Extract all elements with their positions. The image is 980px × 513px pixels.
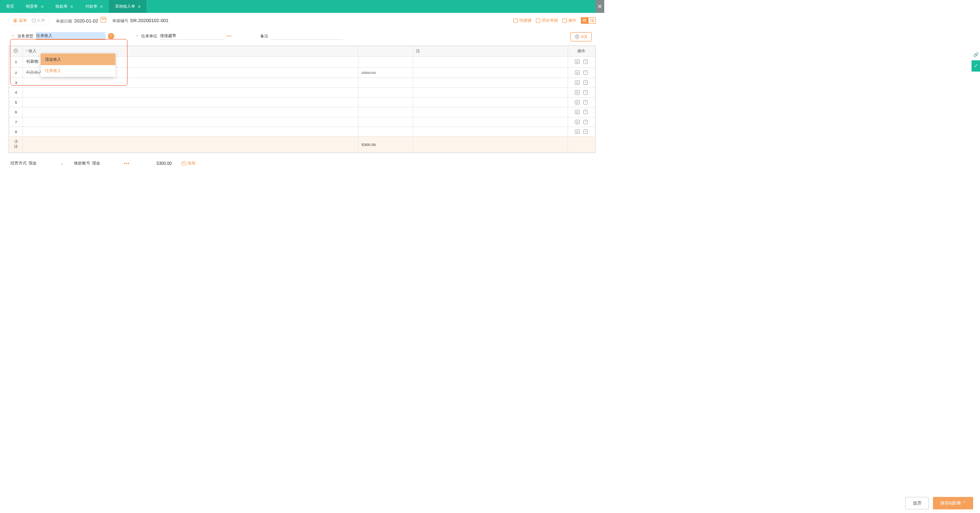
pay-method[interactable]: 结算方式 现金 ⌄ bbox=[10, 160, 64, 166]
row-index: 5 bbox=[9, 97, 23, 107]
delete-icon[interactable] bbox=[575, 129, 579, 134]
svg-rect-5 bbox=[590, 21, 591, 21]
svg-rect-8 bbox=[591, 22, 594, 22]
table-row[interactable]: 5 bbox=[9, 97, 595, 107]
add-icon[interactable] bbox=[583, 100, 588, 105]
row-category[interactable] bbox=[23, 97, 358, 107]
doc-type-toggle: 蓝单 红单 bbox=[8, 16, 50, 25]
delete-icon[interactable] bbox=[575, 70, 579, 75]
delete-icon[interactable] bbox=[575, 60, 579, 64]
more-icon[interactable]: ••• bbox=[227, 34, 232, 38]
row-remark[interactable] bbox=[413, 117, 568, 127]
chevron-down-icon[interactable]: ⌄ bbox=[60, 161, 64, 166]
row-index: 8 bbox=[9, 127, 23, 136]
delete-icon[interactable] bbox=[575, 120, 579, 124]
view-detail[interactable] bbox=[588, 17, 595, 24]
close-icon[interactable]: ✕ bbox=[138, 4, 141, 9]
row-amount[interactable] bbox=[358, 127, 413, 136]
col-amount bbox=[358, 46, 413, 56]
biz-type-input[interactable] bbox=[36, 32, 105, 40]
row-index: 1 bbox=[9, 57, 23, 67]
row-remark[interactable] bbox=[413, 97, 568, 107]
row-amount[interactable] bbox=[358, 88, 413, 97]
shortcut-button[interactable]: 快捷键 bbox=[513, 18, 531, 23]
add-payment-button[interactable]: + 添加 bbox=[181, 160, 196, 166]
delete-icon[interactable] bbox=[575, 100, 579, 105]
history-icon bbox=[536, 18, 540, 23]
table-row[interactable]: 8 bbox=[9, 127, 595, 136]
gear-icon bbox=[575, 35, 579, 39]
delete-icon[interactable] bbox=[575, 80, 579, 85]
row-remark[interactable] bbox=[413, 127, 568, 136]
plus-icon: + bbox=[181, 161, 186, 166]
table-row[interactable]: 6 bbox=[9, 107, 595, 117]
row-remark[interactable] bbox=[413, 78, 568, 87]
delete-icon[interactable] bbox=[575, 90, 579, 94]
close-icon[interactable]: ✕ bbox=[70, 4, 73, 9]
row-category[interactable] bbox=[23, 107, 358, 117]
calendar-icon[interactable] bbox=[101, 17, 106, 23]
row-remark[interactable] bbox=[413, 88, 568, 97]
row-index: 4 bbox=[9, 88, 23, 97]
add-icon[interactable] bbox=[583, 120, 588, 124]
date-value[interactable]: 2020-01-02 bbox=[74, 18, 98, 23]
add-icon[interactable] bbox=[583, 80, 588, 85]
add-icon[interactable] bbox=[583, 70, 588, 75]
view-toggle bbox=[581, 17, 596, 24]
view-list[interactable] bbox=[581, 17, 588, 24]
add-icon[interactable] bbox=[583, 110, 588, 114]
tab-home[interactable]: 首页 bbox=[0, 0, 20, 13]
subtotal-label: 小计 bbox=[9, 137, 23, 152]
row-amount[interactable] bbox=[358, 78, 413, 87]
svg-rect-4 bbox=[591, 19, 594, 19]
row-category[interactable] bbox=[23, 127, 358, 136]
row-remark[interactable] bbox=[413, 107, 568, 117]
row-remark[interactable] bbox=[413, 57, 568, 67]
tab-receipt[interactable]: 收款单✕ bbox=[49, 0, 79, 13]
settings-button[interactable]: 设置 bbox=[570, 32, 592, 41]
col-remark: 注 bbox=[413, 46, 568, 56]
close-all-button[interactable]: ✕ bbox=[595, 0, 604, 13]
history-button[interactable]: 历史单据 bbox=[536, 18, 558, 23]
svg-rect-3 bbox=[590, 19, 591, 19]
radio-blue[interactable]: 蓝单 bbox=[13, 18, 27, 23]
table-row[interactable]: 3 bbox=[9, 78, 595, 87]
row-remark[interactable] bbox=[413, 67, 568, 78]
svg-rect-6 bbox=[591, 21, 594, 21]
row-amount[interactable] bbox=[358, 117, 413, 127]
delete-icon[interactable] bbox=[575, 110, 579, 114]
add-icon[interactable] bbox=[583, 129, 588, 134]
payment-row: 结算方式 现金 ⌄ 收款账号 现金 ••• 5300.00 + 添加 bbox=[2, 153, 601, 174]
tab-other-income[interactable]: 其他收入单✕ bbox=[109, 0, 147, 13]
pay-account[interactable]: 收款账号 现金 ••• bbox=[74, 160, 130, 166]
pay-amount[interactable]: 5300.00 bbox=[140, 161, 172, 166]
close-icon[interactable]: ✕ bbox=[41, 4, 44, 9]
table-row[interactable]: 4 bbox=[9, 88, 595, 97]
more-icon[interactable]: ••• bbox=[124, 161, 130, 166]
row-category[interactable] bbox=[23, 78, 358, 87]
dropdown-option[interactable]: 往来收入 bbox=[41, 65, 115, 77]
row-category[interactable] bbox=[23, 88, 358, 97]
row-index: 3 bbox=[9, 78, 23, 87]
row-amount[interactable]: 2800.00 bbox=[358, 67, 413, 78]
table-settings[interactable] bbox=[9, 46, 23, 56]
table-row[interactable]: 7 bbox=[9, 117, 595, 127]
radio-red[interactable]: 红单 bbox=[32, 18, 45, 23]
row-amount[interactable] bbox=[358, 57, 413, 67]
chevron-up-icon[interactable]: ⌃ bbox=[108, 33, 114, 39]
ops-button[interactable]: 操作 bbox=[562, 18, 576, 23]
add-icon[interactable] bbox=[583, 90, 588, 94]
close-icon[interactable]: ✕ bbox=[100, 4, 103, 9]
svg-rect-0 bbox=[583, 19, 587, 19]
tab-payment[interactable]: 付款单✕ bbox=[79, 0, 109, 13]
col-action: 操作 bbox=[568, 46, 595, 56]
unit-input[interactable] bbox=[160, 32, 224, 40]
row-amount[interactable] bbox=[358, 97, 413, 107]
remark-input[interactable] bbox=[271, 32, 343, 40]
dropdown-option[interactable]: 现金收入 bbox=[41, 53, 115, 65]
row-index: 2 bbox=[9, 67, 23, 78]
row-category[interactable] bbox=[23, 117, 358, 127]
row-amount[interactable] bbox=[358, 107, 413, 117]
tab-sales[interactable]: 销货单✕ bbox=[20, 0, 50, 13]
add-icon[interactable] bbox=[583, 60, 588, 64]
